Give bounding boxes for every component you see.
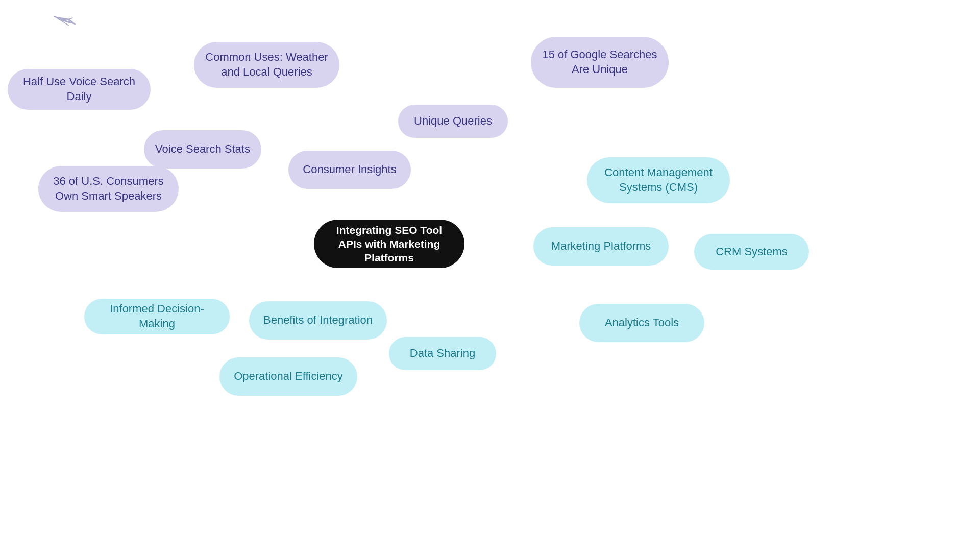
svg-line-0	[61, 19, 76, 25]
analytics-node: Analytics Tools	[579, 304, 704, 342]
marketing-platforms-node: Marketing Platforms	[533, 227, 669, 266]
consumers-36-node: 36 of U.S. Consumers Own Smart Speakers	[38, 166, 179, 212]
consumer-insights-node: Consumer Insights	[288, 151, 411, 189]
voice-search-stats-node: Voice Search Stats	[144, 130, 261, 169]
svg-line-3	[59, 19, 71, 21]
google-15-node: 15 of Google Searches Are Unique	[531, 37, 669, 88]
svg-line-11	[68, 19, 76, 25]
svg-line-10	[54, 17, 69, 19]
unique-queries-node: Unique Queries	[398, 105, 508, 138]
svg-line-6	[55, 17, 69, 26]
svg-line-4	[59, 19, 73, 23]
svg-line-8	[69, 18, 73, 19]
svg-line-12	[68, 19, 72, 23]
half-use-node: Half Use Voice Search Daily	[8, 69, 151, 110]
svg-line-2	[55, 17, 62, 19]
cms-node: Content Management Systems (CMS)	[587, 157, 730, 203]
operational-node: Operational Efficiency	[219, 357, 357, 396]
crm-node: CRM Systems	[694, 234, 809, 270]
data-sharing-node: Data Sharing	[389, 337, 496, 370]
svg-line-7	[69, 19, 76, 25]
common-uses-node: Common Uses: Weather and Local Queries	[194, 42, 339, 88]
informed-node: Informed Decision-Making	[84, 299, 230, 334]
svg-line-5	[59, 19, 70, 23]
benefits-node: Benefits of Integration	[249, 301, 387, 340]
svg-line-13	[58, 18, 68, 19]
center-node: Integrating SEO Tool APIs with Marketing…	[314, 220, 464, 268]
